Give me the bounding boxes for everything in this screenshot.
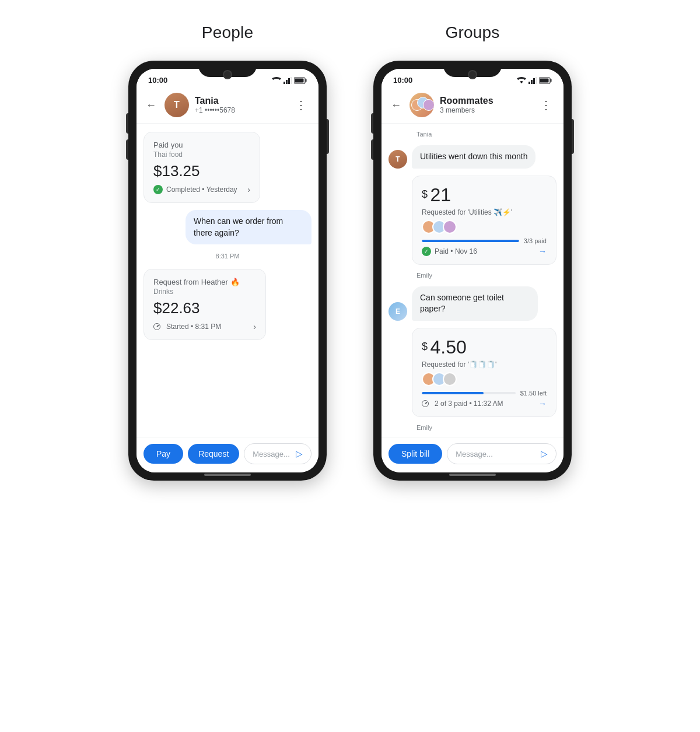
- tp-payment-card[interactable]: $ 4.50 Requested for '🧻🧻🧻': [412, 328, 556, 417]
- tania-msg-row-1: T Utilities went down this month: [388, 145, 556, 169]
- tp-amount-row: $ 4.50: [422, 337, 547, 358]
- home-indicator-people: [204, 474, 251, 476]
- groups-column: Groups 10:00: [373, 23, 572, 481]
- utilities-amount-row: $ 21: [422, 184, 547, 206]
- groups-title: Groups: [445, 23, 499, 42]
- vol-button-4: [371, 139, 373, 160]
- tp-label: Requested for '🧻🧻🧻': [422, 360, 547, 369]
- message-input-people[interactable]: Message... ▷: [244, 443, 312, 464]
- people-title: People: [202, 23, 253, 42]
- payment-status-text-1: Completed • Yesterday: [166, 185, 237, 194]
- payment-status-2: Started • 8:31 PM ›: [153, 322, 256, 331]
- sender-emily-2: Emily: [388, 424, 556, 431]
- payment-card-row-2: Request from Heather 🔥 Drinks $22.63 Sta…: [144, 268, 312, 341]
- payment-card-row-1: Paid you Thai food $13.25 ✓ Completed • …: [144, 131, 312, 204]
- signal-icon: [284, 77, 292, 84]
- tp-avatar-3: [443, 372, 457, 386]
- contact-phone: +1 ••••••5678: [195, 106, 285, 114]
- svg-rect-6: [295, 78, 304, 82]
- payment-amount-1: $13.25: [153, 162, 250, 180]
- bubble-right-text-1: When can we order from there again?: [194, 216, 283, 237]
- message-placeholder-people: Message...: [253, 450, 290, 458]
- tania-avatar-header: T: [164, 93, 189, 117]
- payment-sublabel-2: Drinks: [153, 288, 256, 296]
- payment-label-2: Request from Heather 🔥: [153, 278, 256, 286]
- people-bottom-bar: Pay Request Message... ▷: [136, 437, 318, 472]
- send-icon-people[interactable]: ▷: [296, 449, 303, 459]
- request-button[interactable]: Request: [188, 444, 239, 464]
- sender-tania-1: Tania: [388, 131, 556, 138]
- utilities-arrow[interactable]: →: [538, 247, 547, 256]
- utilities-status-text: Paid • Nov 16: [435, 247, 477, 255]
- back-button-people[interactable]: ←: [144, 97, 159, 114]
- completed-icon: ✓: [153, 185, 163, 194]
- svg-rect-8: [531, 80, 533, 84]
- tp-status-text: 2 of 3 paid • 11:32 AM: [435, 400, 503, 408]
- groups-header-info: Roommates 3 members: [440, 96, 530, 114]
- payment-status-1: ✓ Completed • Yesterday ›: [153, 185, 250, 194]
- tp-status-row: 2 of 3 paid • 11:32 AM →: [422, 399, 547, 408]
- clock-icon-2: [422, 400, 429, 407]
- utilities-avatars: [422, 220, 547, 234]
- emily-chat-avatar: E: [388, 302, 407, 321]
- utilities-card-wrapper: $ 21 Requested for 'Utilities ✈️⚡': [388, 174, 556, 266]
- tp-progress-bg: [422, 392, 516, 394]
- clock-icon-1: [153, 323, 160, 330]
- tp-progress-fill: [422, 392, 484, 394]
- utilities-paid-status: ✓ Paid • Nov 16 →: [422, 247, 547, 256]
- avatar-3: [443, 220, 457, 234]
- groups-phone: 10:00 ←: [373, 61, 572, 481]
- group-members: 3 members: [440, 106, 530, 114]
- pay-button[interactable]: Pay: [144, 444, 183, 464]
- groups-app-header: ← Roommates 3 members ⋮: [382, 88, 564, 124]
- tp-dollar: $: [422, 340, 428, 352]
- more-button-groups[interactable]: ⋮: [536, 96, 556, 114]
- people-phone: 10:00 ← T Tania +1 ••••••5678: [128, 61, 327, 481]
- signal-icon-groups: [528, 77, 537, 84]
- split-bill-button[interactable]: Split bill: [388, 444, 442, 464]
- utilities-payment-card[interactable]: $ 21 Requested for 'Utilities ✈️⚡': [412, 176, 556, 265]
- groups-chat-area: Tania T Utilities went down this month: [382, 124, 564, 437]
- status-time-people: 10:00: [148, 76, 167, 85]
- groups-bottom-bar: Split bill Message... ▷: [382, 437, 564, 472]
- tania-bubble-1: Utilities went down this month: [412, 145, 536, 169]
- people-header-info: Tania +1 ••••••5678: [195, 96, 285, 114]
- payment-card-1[interactable]: Paid you Thai food $13.25 ✓ Completed • …: [144, 132, 260, 203]
- group-name: Roommates: [440, 96, 530, 106]
- tp-avatars: [422, 372, 547, 386]
- vol-button-3: [371, 113, 373, 134]
- vol-button-2: [126, 139, 128, 160]
- contact-name: Tania: [195, 96, 285, 106]
- wifi-icon-groups: [517, 77, 526, 84]
- tp-arrow[interactable]: →: [538, 399, 547, 408]
- send-icon-groups[interactable]: ▷: [541, 449, 548, 459]
- svg-rect-2: [288, 78, 290, 84]
- utilities-progress-bg: [422, 240, 519, 242]
- wifi-icon: [272, 77, 281, 84]
- back-button-groups[interactable]: ←: [388, 97, 404, 114]
- vol-button-1: [126, 113, 128, 134]
- utilities-dollar: $: [422, 188, 428, 199]
- payment-chevron-2[interactable]: ›: [253, 322, 256, 331]
- people-screen: 10:00 ← T Tania +1 ••••••5678: [136, 69, 318, 472]
- people-column: People 10:00: [128, 23, 327, 481]
- emily-bubble-1: Can someone get toilet paper?: [412, 286, 538, 321]
- emily-msg-row-1: E Can someone get toilet paper?: [388, 286, 556, 321]
- people-app-header: ← T Tania +1 ••••••5678 ⋮: [136, 88, 318, 124]
- people-chat-area: Paid you Thai food $13.25 ✓ Completed • …: [136, 124, 318, 437]
- battery-icon-groups: [539, 77, 552, 84]
- more-button-people[interactable]: ⋮: [290, 96, 312, 114]
- svg-rect-0: [284, 82, 285, 84]
- utilities-progress-row: 3/3 paid: [422, 237, 547, 244]
- timestamp-1: 8:31 PM: [144, 253, 312, 260]
- tp-amount: 4.50: [430, 337, 466, 358]
- payment-chevron-1[interactable]: ›: [247, 185, 250, 194]
- tania-chat-avatar: T: [388, 150, 407, 169]
- message-input-groups[interactable]: Message... ▷: [447, 443, 556, 464]
- svg-rect-7: [528, 82, 530, 84]
- utilities-amount: 21: [430, 184, 451, 205]
- tp-progress-row: $1.50 left: [422, 390, 547, 397]
- payment-card-2[interactable]: Request from Heather 🔥 Drinks $22.63 Sta…: [144, 269, 266, 340]
- payment-status-text-2: Started • 8:31 PM: [166, 323, 221, 331]
- status-time-groups: 10:00: [393, 76, 412, 85]
